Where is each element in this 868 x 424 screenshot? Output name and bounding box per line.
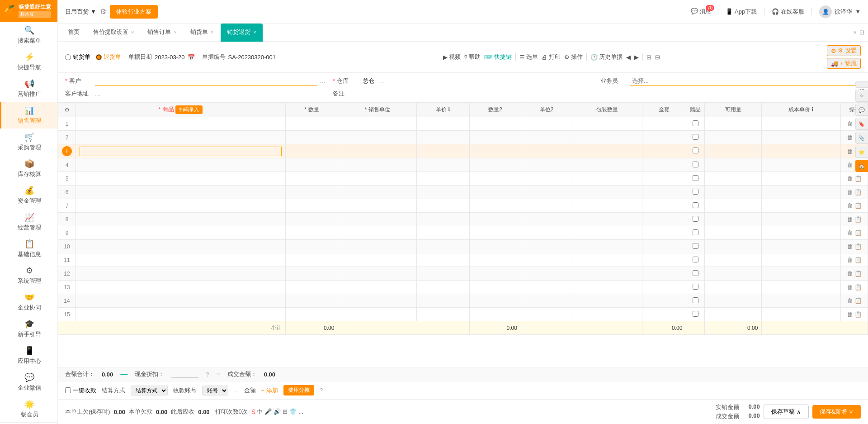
sales_unit-cell[interactable] — [338, 158, 417, 172]
next-btn[interactable]: ▶ — [634, 54, 639, 61]
pack_qty-cell[interactable] — [572, 308, 642, 321]
sales_unit-cell[interactable] — [338, 226, 417, 240]
amount-cell[interactable] — [642, 186, 686, 199]
pack_qty-cell[interactable] — [572, 158, 642, 172]
sidebar-item-enterprise[interactable]: 🤝 企业协同 — [0, 289, 57, 315]
gift-checkbox[interactable] — [693, 229, 698, 235]
copy-icon[interactable]: 📋 — [854, 257, 862, 263]
pack_qty-cell[interactable] — [572, 144, 642, 158]
sales_unit-cell[interactable] — [338, 253, 417, 267]
unit2-cell[interactable] — [521, 226, 572, 240]
gift-cell[interactable] — [686, 253, 705, 267]
unit2-cell[interactable] — [521, 131, 572, 144]
customer-input[interactable] — [95, 76, 317, 86]
delete-icon[interactable]: 🗑 — [847, 120, 853, 127]
customer-dots[interactable]: ... — [320, 77, 326, 85]
sidebar-item-marketing[interactable]: 📢 营销推广 — [0, 75, 57, 102]
pack_qty-cell[interactable] — [572, 186, 642, 199]
unit_price-cell[interactable] — [417, 308, 470, 321]
product-cell[interactable] — [76, 253, 286, 267]
gift-cell[interactable] — [686, 213, 705, 226]
quantity2-cell[interactable] — [470, 144, 521, 158]
product-cell[interactable] — [76, 213, 286, 226]
calc-method-select[interactable]: 结算方式 — [131, 386, 168, 395]
unit2-cell[interactable] — [521, 213, 572, 226]
product-cell[interactable] — [76, 131, 286, 144]
print-btn[interactable]: 🖨 打印 — [542, 53, 561, 61]
sidebar-item-sales[interactable]: 📊 销售管理 — [0, 102, 57, 129]
pack_qty-cell[interactable] — [572, 253, 642, 267]
copy-icon[interactable]: 📋 — [854, 297, 862, 304]
quantity2-cell[interactable] — [470, 281, 521, 294]
gift-checkbox[interactable] — [693, 270, 698, 276]
product-cell[interactable] — [76, 144, 286, 158]
pack_qty-cell[interactable] — [572, 226, 642, 240]
chat-panel-btn[interactable]: 💬 — [855, 104, 868, 116]
unit2-cell[interactable] — [521, 172, 572, 186]
quantity-cell[interactable] — [285, 199, 338, 213]
gift-cell[interactable] — [686, 240, 705, 253]
quantity2-cell[interactable] — [470, 186, 521, 199]
quantity2-cell[interactable] — [470, 117, 521, 131]
user-area[interactable]: 👤 徐泽华 ▼ — [819, 5, 861, 18]
amount-cell[interactable] — [642, 172, 686, 186]
amount-cell[interactable] — [642, 144, 686, 158]
video-btn[interactable]: ▶ 视频 — [443, 53, 461, 61]
unit_price-cell[interactable] — [417, 240, 470, 253]
tab-close-icon[interactable]: × — [253, 29, 256, 35]
delete-icon[interactable]: 🗑 — [847, 243, 853, 250]
unit2-cell[interactable] — [521, 117, 572, 131]
quantity-cell[interactable] — [285, 144, 338, 158]
tab-close-all-icon[interactable]: × — [853, 29, 857, 36]
gift-checkbox[interactable] — [693, 189, 698, 195]
delete-icon[interactable]: 🗑 — [847, 148, 853, 155]
sidebar-item-inventory[interactable]: 📦 库存核算 — [0, 155, 57, 182]
unit_price-cell[interactable] — [417, 213, 470, 226]
radio-sales-delivery-input[interactable] — [65, 54, 71, 60]
delete-icon[interactable]: 🗑 — [847, 311, 853, 318]
quantity2-cell[interactable] — [470, 213, 521, 226]
header-gear-icon[interactable]: ⚙ — [100, 7, 106, 16]
gift-checkbox[interactable] — [693, 202, 698, 208]
unit_price-cell[interactable] — [417, 281, 470, 294]
amount-cell[interactable] — [642, 213, 686, 226]
bookmark-panel-btn[interactable]: ☆ — [855, 90, 868, 102]
unit2-cell[interactable] — [521, 199, 572, 213]
delete-icon[interactable]: 🗑 — [847, 202, 853, 209]
quantity2-cell[interactable] — [470, 308, 521, 321]
category-selector[interactable]: 日用百货 ▼ — [65, 8, 96, 16]
quantity2-cell[interactable] — [470, 158, 521, 172]
sidebar-item-operations[interactable]: 📈 经营管理 — [0, 209, 57, 235]
quantity-cell[interactable] — [285, 117, 338, 131]
quantity-cell[interactable] — [285, 281, 338, 294]
pack_qty-cell[interactable] — [572, 267, 642, 281]
gift-cell[interactable] — [686, 186, 705, 199]
copy-icon[interactable]: 📋 — [854, 229, 862, 236]
copy-icon[interactable]: 📋 — [854, 270, 862, 277]
pack_qty-cell[interactable] — [572, 294, 642, 308]
gift-checkbox[interactable] — [693, 216, 698, 222]
gift-cell[interactable] — [686, 308, 705, 321]
sidebar-item-purchase[interactable]: 🛒 采购管理 — [0, 129, 57, 155]
gift-cell[interactable] — [686, 131, 705, 144]
pack_qty-cell[interactable] — [572, 172, 642, 186]
sales_unit-cell[interactable] — [338, 117, 417, 131]
gift-checkbox[interactable] — [693, 257, 698, 262]
sales_unit-cell[interactable] — [338, 144, 417, 158]
gift-cell[interactable] — [686, 158, 705, 172]
amount-cell[interactable] — [642, 281, 686, 294]
product-cell[interactable] — [76, 199, 286, 213]
unit2-cell[interactable] — [521, 281, 572, 294]
gift-cell[interactable] — [686, 226, 705, 240]
tab-close-icon[interactable]: × — [211, 29, 213, 35]
sales_unit-cell[interactable] — [338, 267, 417, 281]
unit_price-cell[interactable] — [417, 253, 470, 267]
tab-price-extract[interactable]: 售价提取设置 × — [87, 24, 140, 42]
unit_price-cell[interactable] — [417, 158, 470, 172]
sales_unit-cell[interactable] — [338, 172, 417, 186]
select-btn[interactable]: ☰ 选单 — [519, 53, 538, 61]
sidebar-item-search[interactable]: 🔍 搜索菜单 — [0, 22, 57, 48]
scan-panel-btn[interactable]: 扫 — [855, 81, 868, 88]
remark-input[interactable] — [363, 89, 593, 98]
unit_price-cell[interactable] — [417, 172, 470, 186]
